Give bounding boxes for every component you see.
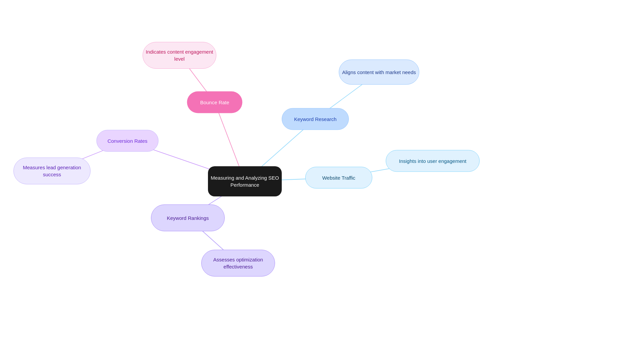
node-label-indicates-content: Indicates content engagement level (143, 48, 216, 62)
node-keyword-rankings[interactable]: Keyword Rankings (151, 204, 225, 231)
node-aligns-content[interactable]: Aligns content with market needs (339, 60, 419, 85)
node-label-insights-engagement: Insights into user engagement (398, 158, 468, 165)
node-label-bounce-rate: Bounce Rate (199, 99, 231, 106)
node-label-keyword-rankings: Keyword Rankings (165, 215, 210, 222)
node-bounce-rate[interactable]: Bounce Rate (187, 92, 243, 113)
node-label-measures-lead: Measures lead generation success (14, 164, 90, 178)
node-center[interactable]: Measuring and Analyzing SEO Performance (208, 166, 282, 196)
node-insights-engagement[interactable]: Insights into user engagement (386, 150, 480, 172)
node-website-traffic[interactable]: Website Traffic (305, 167, 372, 189)
node-label-assesses-optimization: Assesses optimization effectiveness (202, 256, 275, 270)
mind-map-container: Measuring and Analyzing SEO PerformanceB… (0, 0, 644, 363)
node-label-aligns-content: Aligns content with market needs (341, 69, 417, 76)
node-indicates-content[interactable]: Indicates content engagement level (143, 42, 216, 69)
node-label-keyword-research: Keyword Research (293, 116, 338, 123)
node-conversion-rates[interactable]: Conversion Rates (97, 130, 159, 152)
node-measures-lead[interactable]: Measures lead generation success (13, 158, 91, 184)
node-label-website-traffic: Website Traffic (321, 174, 357, 181)
node-keyword-research[interactable]: Keyword Research (282, 108, 349, 130)
node-label-conversion-rates: Conversion Rates (106, 137, 149, 144)
node-assesses-optimization[interactable]: Assesses optimization effectiveness (201, 250, 275, 277)
node-label-center: Measuring and Analyzing SEO Performance (208, 174, 282, 188)
